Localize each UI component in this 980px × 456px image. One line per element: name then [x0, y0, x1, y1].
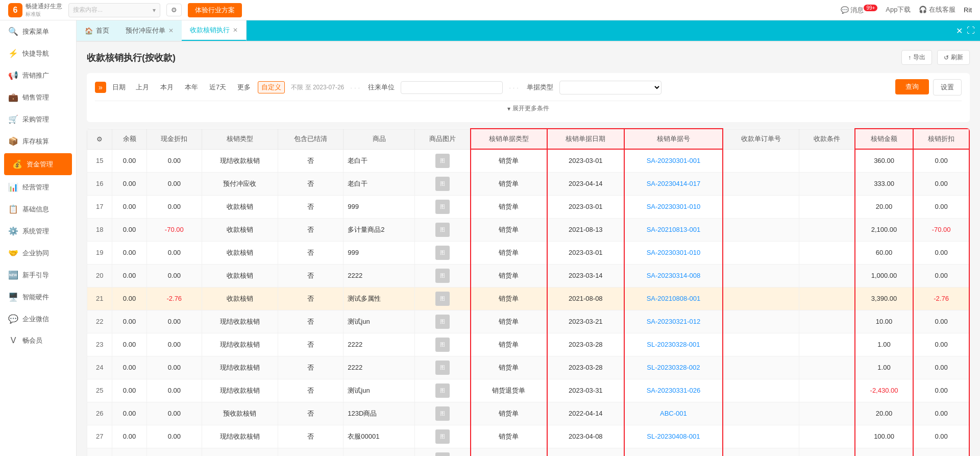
sidebar-item-newuser[interactable]: 🆕 新手引导 — [0, 264, 76, 286]
col-header-gear[interactable]: ⚙ — [87, 129, 112, 149]
cancel-bill-link[interactable]: ABC-001 — [660, 410, 687, 417]
sidebar-item-marketing[interactable]: 📢 营销推广 — [0, 64, 76, 86]
online-service-link[interactable]: 🎧 在线客服 — [919, 5, 955, 14]
cell-no: 24 — [87, 356, 112, 379]
cancel-bill-link[interactable]: SA-20210808-001 — [647, 295, 701, 302]
content-area: 🏠 首页 预付冲应付单 ✕ 收款核销执行 ✕ ✕ ⛶ 收款核销执行(按收款) — [77, 20, 980, 456]
cell-cancel-type: 现结收款核销 — [202, 379, 278, 402]
cell-receipt-condition — [799, 448, 855, 456]
cancel-bill-link[interactable]: SL-20230328-002 — [647, 364, 700, 371]
product-img-cell: 图 — [415, 172, 471, 195]
global-search-box[interactable]: 搜索内容... ▾ — [68, 3, 160, 17]
sidebar-item-vip[interactable]: V 畅会员 — [0, 330, 76, 351]
tab-home-label: 首页 — [96, 26, 109, 35]
cell-cash-discount: 0.00 — [146, 172, 202, 195]
cell-cancel-bill-date: 2021-08-13 — [547, 218, 624, 241]
tab-receipt-cancel-close[interactable]: ✕ — [233, 27, 238, 34]
sidebar-item-operations[interactable]: 📊 经营管理 — [0, 176, 76, 198]
cancel-bill-link[interactable]: SA-20230321-012 — [647, 318, 701, 325]
table-body: 15 0.00 0.00 现结收款核销 否 老白干 图 销货单 2023-03-… — [87, 149, 970, 456]
col-header-cancel-bill-no: 核销单据号 — [624, 129, 723, 149]
page-title: 收款核销执行(按收款) — [87, 52, 176, 64]
sidebar-item-sales[interactable]: 💼 销售管理 — [0, 86, 76, 108]
sidebar-item-purchase[interactable]: 🛒 采购管理 — [0, 108, 76, 130]
tab-prepay[interactable]: 预付冲应付单 ✕ — [117, 20, 182, 41]
cell-cancel-bill-type: 销货单 — [471, 448, 547, 456]
cell-cancel-amount: 100.00 — [855, 448, 913, 456]
filter-collapse-button[interactable]: » — [95, 82, 106, 93]
cell-cancel-discount: -2.76 — [913, 287, 969, 310]
export-button[interactable]: ↑ 导出 — [901, 50, 932, 65]
cancel-bill-link[interactable]: SA-20230331-026 — [647, 387, 701, 394]
cancel-bill-link[interactable]: SA-20230301-010 — [647, 203, 701, 210]
cell-include-settled: 否 — [278, 379, 344, 402]
message-icon[interactable]: 💬 消息99+ — [841, 5, 878, 15]
industry-solution-button[interactable]: 体验行业方案 — [188, 3, 242, 17]
col-header-balance: 余额 — [112, 129, 146, 149]
cancel-bill-link[interactable]: SA-20230301-001 — [647, 157, 701, 164]
sidebar-item-collab[interactable]: 🤝 企业协同 — [0, 242, 76, 264]
query-button[interactable]: 查询 — [895, 79, 929, 94]
sidebar-item-base-info[interactable]: 📋 基础信息 — [0, 198, 76, 220]
date-btn-last-month[interactable]: 上月 — [132, 81, 153, 93]
cell-balance: 0.00 — [112, 195, 146, 218]
table-row: 25 0.00 0.00 现结收款核销 否 测试jun 图 销货退货单 2023… — [87, 379, 970, 402]
search-placeholder: 搜索内容... — [73, 6, 103, 14]
cell-cancel-amount: 360.00 — [855, 149, 913, 172]
cancel-bill-link[interactable]: SA-20230314-008 — [647, 272, 701, 279]
sidebar-item-finance[interactable]: 💰 资金管理 — [4, 153, 72, 175]
cell-include-settled: 否 — [278, 448, 344, 456]
cancel-bill-link[interactable]: SA-20230414-017 — [647, 180, 701, 187]
sidebar-label-baseinfo: 基础信息 — [22, 205, 49, 214]
tab-home[interactable]: 🏠 首页 — [77, 20, 117, 41]
date-btn-this-month[interactable]: 本月 — [156, 81, 178, 93]
export-icon: ↑ — [908, 54, 911, 61]
cell-cancel-discount: 0.00 — [913, 149, 969, 172]
tab-prepay-close[interactable]: ✕ — [168, 27, 174, 34]
maximize-icon[interactable]: ⛶ — [967, 26, 975, 35]
cell-cancel-bill-date: 2022-04-14 — [547, 402, 624, 425]
date-custom-btn[interactable]: 自定义 — [258, 81, 285, 93]
page-content: 收款核销执行(按收款) ↑ 导出 ↺ 刷新 » 日期 — [77, 42, 980, 456]
cancel-bill-link[interactable]: SA-20230301-010 — [647, 249, 701, 256]
cell-cash-discount: 0.00 — [146, 333, 202, 356]
top-bar-left: 6 畅捷通好生意 标准版 搜索内容... ▾ ⚙ 体验行业方案 — [8, 2, 242, 18]
sidebar-item-wechat[interactable]: 💬 企业微信 — [0, 308, 76, 330]
cell-cancel-bill-date: 2023-03-01 — [547, 195, 624, 218]
filter-query-section: 查询 设置 — [895, 79, 962, 95]
cell-receipt-order-no — [723, 195, 799, 218]
cancel-bill-link[interactable]: SL-20230328-001 — [647, 341, 700, 348]
cell-receipt-condition — [799, 310, 855, 333]
cancel-bill-link[interactable]: SL-20230408-001 — [647, 433, 700, 440]
cell-cancel-bill-date: 2023-03-01 — [547, 149, 624, 172]
expand-more-bar[interactable]: ▾ 展开更多条件 — [95, 101, 962, 116]
cell-receipt-order-no — [723, 218, 799, 241]
tab-bar: 🏠 首页 预付冲应付单 ✕ 收款核销执行 ✕ ✕ ⛶ — [77, 20, 980, 42]
sidebar-item-inventory[interactable]: 📦 库存核算 — [0, 130, 76, 152]
sidebar-item-search[interactable]: 🔍 搜索菜单 — [0, 20, 76, 42]
sidebar-item-quicknav[interactable]: ⚡ 快捷导航 — [0, 42, 76, 64]
app-download-link[interactable]: App下载 — [886, 5, 911, 14]
date-btn-more[interactable]: 更多 — [233, 81, 255, 93]
settings-gear-button[interactable]: ⚙ — [166, 4, 182, 16]
date-btn-7days[interactable]: 近7天 — [205, 81, 230, 93]
sidebar-item-system[interactable]: ⚙️ 系统管理 — [0, 220, 76, 242]
user-name[interactable]: Rit — [964, 6, 972, 14]
message-label: 消息 — [850, 6, 864, 14]
single-type-select[interactable] — [559, 81, 662, 94]
tab-receipt-cancel[interactable]: 收款核销执行 ✕ — [182, 20, 247, 41]
filter-settings-button[interactable]: 设置 — [933, 79, 962, 95]
date-btn-this-year[interactable]: 本年 — [181, 81, 202, 93]
sidebar-item-hardware[interactable]: 🖥️ 智能硬件 — [0, 286, 76, 308]
filter-separator-1: ··· — [350, 84, 362, 91]
cancel-bill-link[interactable]: SA-20210813-001 — [647, 226, 701, 233]
cell-receipt-condition — [799, 264, 855, 287]
close-all-tabs-icon[interactable]: ✕ — [956, 26, 963, 36]
cell-cancel-discount: 0.00 — [913, 402, 969, 425]
cell-cancel-bill-no: SA-20230414-017 — [624, 172, 723, 195]
from-unit-input[interactable] — [401, 81, 503, 94]
refresh-button[interactable]: ↺ 刷新 — [937, 50, 970, 65]
cell-cancel-bill-type: 销货单 — [471, 333, 547, 356]
sidebar-label-quicknav: 快捷导航 — [22, 49, 49, 58]
cell-balance: 0.00 — [112, 218, 146, 241]
